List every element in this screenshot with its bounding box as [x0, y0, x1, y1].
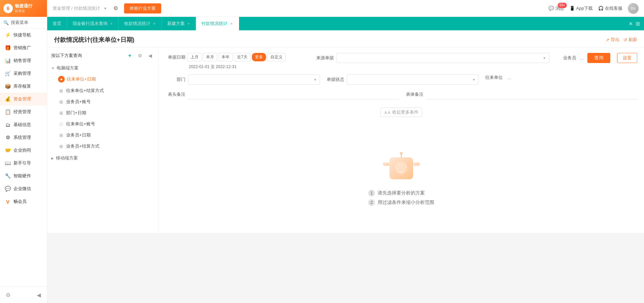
sidebar-item-finance[interactable]: 💰 资金管理	[0, 93, 47, 105]
sidebar-item-operation[interactable]: 📋 经营管理	[0, 105, 47, 118]
left-panel-actions: + ⚙ ◀	[126, 52, 154, 60]
message-btn[interactable]: 💬 消息 99+	[549, 5, 564, 11]
sidebar-item-marketing[interactable]: 🎁 营销推广	[0, 41, 47, 54]
tab-receipt-stats[interactable]: 收款情况统计 ×	[119, 17, 162, 30]
scheme-item-partner-date[interactable]: ● 往来单位+日期	[55, 73, 157, 85]
svg-rect-8	[383, 162, 389, 166]
collapse-conditions-btn[interactable]: ∧∧ 收起更多条件	[380, 108, 422, 117]
close-all-tabs-btn[interactable]: ✕	[628, 21, 633, 27]
tabbar-actions: ✕ ⊞	[624, 17, 644, 30]
marketing-icon: 🎁	[5, 45, 11, 51]
empty-state: 1 请先选择要分析的方案 2 用过滤条件来缩小分析范围	[158, 124, 644, 233]
page-header: 付款情况统计(往来单位+日期) ↗ 导出 ↺ 刷新	[47, 30, 644, 48]
sidebar-item-sales[interactable]: 📊 销售管理	[0, 54, 47, 67]
date-btn-last7[interactable]: 近7天	[234, 53, 251, 61]
desktop-schemes-header[interactable]: ▼ 电脑端方案	[47, 63, 158, 73]
date-btn-last-month[interactable]: 上月	[187, 53, 202, 61]
tab-payment-stats-close[interactable]: ×	[230, 22, 233, 26]
sidebar-item-system[interactable]: ⚙ 系统管理	[0, 131, 47, 144]
scheme-label-partner-date: 往来单位+日期	[67, 76, 96, 82]
date-range-display: 2022-01-01 至 2022-12-31	[189, 64, 236, 69]
empty-tips: 1 请先选择要分析的方案 2 用过滤条件来缩小分析范围	[368, 190, 434, 206]
doc-status-select[interactable]: ▼	[347, 74, 479, 85]
filter-collapse-row: ∧∧ 收起更多条件	[165, 104, 637, 118]
settings-btn[interactable]: 设置	[617, 53, 637, 63]
search-icon: 🔍	[3, 20, 9, 25]
dept-arrow: ▼	[314, 78, 317, 82]
date-btn-more[interactable]: 更多	[252, 53, 266, 61]
app-download-btn[interactable]: 📱 App下载	[569, 5, 593, 11]
sidebar-collapse-btn[interactable]: ◀	[34, 290, 43, 300]
tab-cash-flow[interactable]: 现金银行流水查询 ×	[67, 17, 119, 30]
logo-icon: 6	[3, 4, 13, 13]
staff-dots[interactable]: ...	[578, 55, 585, 61]
tab-payment-stats[interactable]: 付款情况统计 ×	[196, 17, 239, 30]
date-btn-this-year[interactable]: 本年	[218, 53, 233, 61]
scheme-label-partner-settlement: 往来单位+结算方式	[66, 88, 104, 94]
sidebar-item-quick-nav[interactable]: ⚡ 快捷导航	[0, 29, 47, 41]
sidebar: 6 畅捷通行 标准版 🔍 搜索菜单 ⚡ 快捷导航 🎁 营销推广 📊 销售管理 🛒…	[0, 0, 47, 303]
scheme-item-partner-settlement[interactable]: ⊞ 往来单位+结算方式	[55, 85, 157, 96]
source-doc-select[interactable]: ▼	[336, 53, 549, 63]
sidebar-item-inventory[interactable]: 📦 库存核算	[0, 80, 47, 93]
desktop-section-title: 电脑端方案	[57, 65, 79, 71]
date-filter-group: 单据日期 上月 本月 本年 近7天 更多 自定义	[165, 53, 307, 70]
sidebar-nav: ⚡ 快捷导航 🎁 营销推广 📊 销售管理 🛒 采购管理 📦 库存核算 💰 资金管…	[0, 29, 47, 286]
tab-new-scheme[interactable]: 新建方案 ×	[162, 17, 196, 30]
export-btn[interactable]: ↗ 导出	[606, 37, 619, 43]
online-service-btn[interactable]: 🎧 在线客服	[598, 5, 622, 11]
refresh-btn[interactable]: ↺ 刷新	[623, 37, 637, 43]
add-scheme-btn[interactable]: +	[126, 52, 134, 60]
search-menu[interactable]: 🔍 搜索菜单	[0, 17, 47, 29]
date-btn-this-month[interactable]: 本月	[203, 53, 217, 61]
panel-collapse-btn[interactable]: ◀	[146, 52, 154, 60]
guide-icon: 📖	[5, 160, 11, 166]
topbar-settings-btn[interactable]: ⚙	[111, 3, 121, 13]
sidebar-item-basic[interactable]: 🗂 基础信息	[0, 118, 47, 131]
scheme-icon-staff-account: ⊞	[58, 99, 64, 105]
sidebar-item-hardware[interactable]: 🔧 智能硬件	[0, 170, 47, 182]
scheme-settings-btn[interactable]: ⚙	[136, 52, 144, 60]
scheme-item-dept-date[interactable]: ⊞ 部门+日期	[55, 108, 157, 118]
tab-receipt-stats-label: 收款情况统计	[124, 21, 150, 27]
query-button[interactable]: 查询	[587, 53, 610, 63]
tab-new-scheme-close[interactable]: ×	[187, 22, 190, 26]
wechat-icon: 💬	[5, 186, 11, 192]
main-area: 资金管理 / 付款情况统计 ▼ ⚙ 体验行业方案 💬 消息 99+ 📱 App下…	[47, 0, 644, 303]
partner-dots[interactable]: ...	[505, 74, 513, 81]
sidebar-header: 6 畅捷通行 标准版	[0, 0, 47, 17]
sidebar-item-enterprise[interactable]: 🤝 企业协同	[0, 144, 47, 157]
maximize-btn[interactable]: ⊞	[636, 21, 640, 27]
scheme-item-staff-account[interactable]: ⊞ 业务员+账号	[55, 96, 157, 107]
scheme-item-staff-date[interactable]: ⊞ 业务员+日期	[55, 130, 157, 141]
main-body: 按以下方案查询 + ⚙ ◀ ▼ 电脑端方案 ●	[47, 48, 644, 233]
basic-icon: 🗂	[5, 122, 11, 128]
scheme-label-staff-account: 业务员+账号	[66, 99, 91, 105]
sidebar-item-guide[interactable]: 📖 新手引导	[0, 157, 47, 170]
tab-new-scheme-label: 新建方案	[167, 21, 185, 27]
scheme-icon-staff-date: ⊞	[58, 132, 64, 138]
service-icon: 🎧	[598, 6, 604, 11]
tab-cash-flow-close[interactable]: ×	[110, 22, 113, 26]
trial-btn[interactable]: 体验行业方案	[124, 3, 161, 13]
scheme-item-partner-account[interactable]: ⊡ 往来单位+账号	[55, 119, 157, 129]
user-avatar[interactable]: Rit	[628, 3, 639, 14]
sidebar-item-wechat[interactable]: 💬 企业微信	[0, 182, 47, 195]
sidebar-item-vip[interactable]: V 畅会员	[0, 195, 47, 208]
scheme-item-staff-settlement[interactable]: ⊞ 业务员+结算方式	[55, 141, 157, 152]
empty-tip-2: 2 用过滤条件来缩小分析范围	[368, 199, 434, 206]
sidebar-settings-btn[interactable]: ⚙	[3, 290, 13, 300]
tip-num-2: 2	[368, 199, 375, 206]
date-btn-custom[interactable]: 自定义	[267, 53, 286, 61]
sidebar-item-purchase[interactable]: 🛒 采购管理	[0, 67, 47, 80]
sales-icon: 📊	[5, 58, 11, 64]
dept-select[interactable]: ▼	[188, 74, 320, 85]
table-head-note-input[interactable]	[188, 89, 399, 99]
desktop-toggle-icon: ▼	[51, 66, 55, 70]
scheme-label-partner-account: 往来单位+账号	[66, 121, 95, 127]
svg-point-1	[395, 162, 407, 174]
mobile-schemes-header[interactable]: ▶ 移动端方案	[47, 153, 158, 163]
tab-receipt-stats-close[interactable]: ×	[152, 22, 156, 26]
tab-home[interactable]: 首页	[47, 17, 67, 30]
table-body-note-input[interactable]	[426, 89, 637, 99]
